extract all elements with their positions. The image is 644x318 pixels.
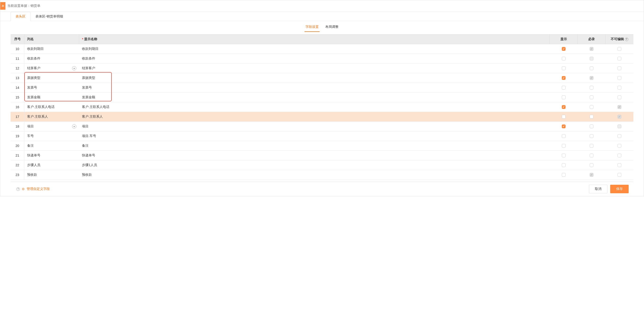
checkbox-required[interactable] bbox=[590, 163, 594, 167]
checkbox-required[interactable] bbox=[590, 115, 594, 118]
checkbox-required[interactable] bbox=[590, 124, 594, 128]
checkbox-required[interactable] bbox=[590, 66, 594, 70]
checkbox-show[interactable] bbox=[562, 47, 566, 51]
cancel-button[interactable]: 取消 bbox=[589, 185, 608, 193]
checkbox-readonly[interactable] bbox=[618, 144, 621, 148]
cell-display[interactable]: 快递单号 bbox=[79, 151, 550, 160]
cell-display[interactable]: 结算客户 bbox=[79, 64, 550, 73]
checkbox-readonly[interactable] bbox=[618, 57, 621, 60]
cell-name: 预收款 bbox=[24, 170, 79, 180]
table-row: 10收款到期日收款到期日 bbox=[11, 44, 633, 54]
table-row: 19车号项目.车号 bbox=[11, 131, 633, 141]
cell-readonly bbox=[606, 160, 633, 170]
cell-show bbox=[550, 141, 578, 150]
checkbox-readonly bbox=[618, 105, 621, 109]
cell-required bbox=[578, 160, 606, 170]
checkbox-required[interactable] bbox=[590, 154, 594, 157]
cell-show bbox=[550, 160, 578, 170]
footer: ? ⚙ 管理自定义字段 取消 保存 bbox=[11, 182, 633, 196]
cell-display[interactable]: 预收款 bbox=[79, 170, 550, 180]
checkbox-readonly[interactable] bbox=[618, 134, 621, 138]
cell-seq: 11 bbox=[11, 54, 24, 63]
app-container: 当前设置单据： 销货单 表头区表体区-销货单明细 字段设置布局调整 序号 列名 … bbox=[0, 0, 644, 196]
checkbox-show[interactable] bbox=[562, 144, 566, 148]
cell-show bbox=[550, 151, 578, 160]
cell-display[interactable]: 客户.主联系人 bbox=[79, 112, 550, 122]
checkbox-readonly[interactable] bbox=[618, 96, 621, 99]
add-icon[interactable]: + bbox=[72, 124, 76, 128]
cell-display[interactable]: 步骤1人员 bbox=[79, 160, 550, 170]
checkbox-readonly[interactable] bbox=[618, 76, 621, 80]
checkbox-show[interactable] bbox=[562, 96, 566, 99]
checkbox-readonly[interactable] bbox=[618, 173, 621, 177]
checkbox-required[interactable] bbox=[590, 105, 594, 109]
checkbox-show[interactable] bbox=[562, 173, 566, 177]
cell-name: 发票金额 bbox=[24, 92, 79, 102]
cell-name: 快递单号 bbox=[24, 151, 79, 160]
checkbox-show[interactable] bbox=[562, 86, 566, 90]
checkbox-required[interactable] bbox=[590, 144, 594, 148]
cell-display[interactable]: 收款条件 bbox=[79, 54, 550, 63]
header-bar: 当前设置单据： 销货单 bbox=[0, 0, 644, 12]
expand-sidebar-icon[interactable] bbox=[0, 2, 6, 10]
cell-name: 发票号 bbox=[24, 83, 79, 92]
add-icon[interactable]: + bbox=[72, 66, 76, 70]
cell-seq: 17 bbox=[11, 112, 24, 122]
checkbox-show[interactable] bbox=[562, 57, 566, 60]
checkbox-show[interactable] bbox=[562, 124, 566, 128]
checkbox-readonly[interactable] bbox=[618, 66, 621, 70]
cell-name: 步骤人员 bbox=[24, 160, 79, 170]
required-star-icon: * bbox=[82, 37, 83, 41]
checkbox-show[interactable] bbox=[562, 154, 566, 157]
cell-name: 备注 bbox=[24, 141, 79, 150]
checkbox-readonly[interactable] bbox=[618, 47, 621, 51]
save-button[interactable]: 保存 bbox=[610, 185, 629, 193]
cell-required bbox=[578, 122, 606, 131]
cell-readonly bbox=[606, 112, 633, 122]
cell-seq: 12 bbox=[11, 64, 24, 73]
cell-display[interactable]: 票据类型 bbox=[79, 73, 550, 83]
checkbox-required[interactable] bbox=[590, 96, 594, 99]
checkbox-show[interactable] bbox=[562, 134, 566, 138]
cell-display[interactable]: 客户.主联系人电话 bbox=[79, 102, 550, 112]
checkbox-required bbox=[590, 47, 594, 51]
help-icon[interactable]: ? bbox=[625, 38, 628, 41]
checkbox-required[interactable] bbox=[590, 86, 594, 90]
tab-main-1[interactable]: 表体区-销货单明细 bbox=[30, 12, 68, 21]
cell-required bbox=[578, 73, 606, 83]
checkbox-readonly[interactable] bbox=[618, 86, 621, 90]
cell-required bbox=[578, 102, 606, 112]
footer-actions: 取消 保存 bbox=[589, 185, 629, 193]
table-body: 10收款到期日收款到期日11收款条件收款条件12结算客户+结算客户13票据类型票… bbox=[11, 44, 633, 180]
table-row: 23预收款预收款 bbox=[11, 170, 633, 180]
checkbox-show[interactable] bbox=[562, 105, 566, 109]
custom-field-link[interactable]: 管理自定义字段 bbox=[27, 187, 50, 191]
cell-display[interactable]: 收款到期日 bbox=[79, 44, 550, 54]
sub-tabs: 字段设置布局调整 bbox=[0, 21, 644, 34]
checkbox-show[interactable] bbox=[562, 76, 566, 80]
header-value: 销货单 bbox=[30, 4, 40, 8]
checkbox-readonly[interactable] bbox=[618, 154, 621, 157]
sub-tab-1[interactable]: 布局调整 bbox=[324, 25, 340, 32]
cell-display[interactable]: 项目.车号 bbox=[79, 131, 550, 141]
cell-display[interactable]: 发票号 bbox=[79, 83, 550, 92]
th-seq: 序号 bbox=[11, 34, 24, 44]
sub-tab-0[interactable]: 字段设置 bbox=[304, 25, 320, 32]
tab-main-0[interactable]: 表头区 bbox=[11, 12, 30, 21]
cell-seq: 18 bbox=[11, 122, 24, 131]
cell-display[interactable]: 项目 bbox=[79, 122, 550, 131]
footer-help-icon[interactable]: ? bbox=[16, 187, 20, 191]
cell-display[interactable]: 发票金额 bbox=[79, 92, 550, 102]
checkbox-show[interactable] bbox=[562, 115, 566, 118]
checkbox-show[interactable] bbox=[562, 163, 566, 167]
cell-display[interactable]: 备注 bbox=[79, 141, 550, 150]
cell-required bbox=[578, 83, 606, 92]
checkbox-readonly[interactable] bbox=[618, 163, 621, 167]
checkbox-required[interactable] bbox=[590, 134, 594, 138]
cell-show bbox=[550, 54, 578, 63]
cell-name: 客户.主联系人 bbox=[24, 112, 79, 122]
checkbox-show[interactable] bbox=[562, 66, 566, 70]
cell-name: 票据类型 bbox=[24, 73, 79, 83]
cell-required bbox=[578, 131, 606, 141]
cell-readonly bbox=[606, 44, 633, 54]
